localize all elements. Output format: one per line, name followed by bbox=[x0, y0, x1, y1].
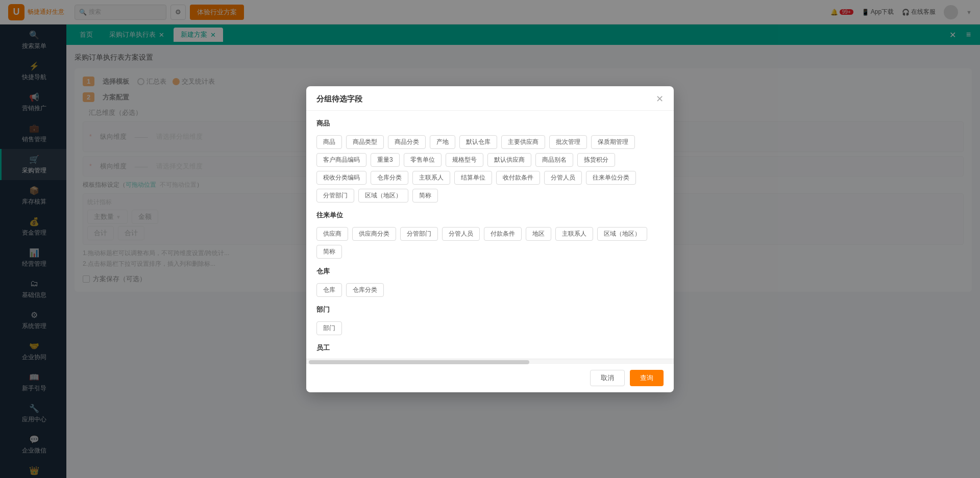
tag-short-name-goods[interactable]: 简称 bbox=[412, 189, 438, 203]
tag-partner-category[interactable]: 往来单位分类 bbox=[586, 171, 636, 185]
modal-dialog: 分组待选字段 ✕ 商品 商品 商品类型 商品分类 产地 默认仓库 主要供应商 批… bbox=[306, 86, 674, 392]
tag-warehouse-cat[interactable]: 仓库分类 bbox=[346, 283, 384, 297]
tag-supervisor[interactable]: 分管人员 bbox=[544, 171, 582, 185]
section-department: 部门 部门 bbox=[316, 305, 664, 335]
section-warehouse: 仓库 仓库 仓库分类 bbox=[316, 267, 664, 297]
section-partner: 往来单位 供应商 供应商分类 分管部门 分管人员 付款条件 地区 主联系人 区域… bbox=[316, 211, 664, 259]
tag-dept[interactable]: 分管部门 bbox=[316, 189, 354, 203]
section-department-tags: 部门 bbox=[316, 321, 664, 335]
modal-overlay: 分组待选字段 ✕ 商品 商品 商品类型 商品分类 产地 默认仓库 主要供应商 批… bbox=[0, 0, 980, 478]
modal-body: 商品 商品 商品类型 商品分类 产地 默认仓库 主要供应商 批次管理 保质期管理… bbox=[306, 111, 674, 359]
cancel-button[interactable]: 取消 bbox=[590, 370, 625, 386]
tag-payment-terms[interactable]: 收付款条件 bbox=[496, 171, 540, 185]
section-employee-title: 员工 bbox=[316, 343, 664, 355]
section-department-title: 部门 bbox=[316, 305, 664, 316]
tag-region-goods[interactable]: 区域（地区） bbox=[358, 189, 408, 203]
section-goods: 商品 商品 商品类型 商品分类 产地 默认仓库 主要供应商 批次管理 保质期管理… bbox=[316, 119, 664, 203]
tag-settlement-unit[interactable]: 结算单位 bbox=[454, 171, 492, 185]
section-goods-tags: 商品 商品类型 商品分类 产地 默认仓库 主要供应商 批次管理 保质期管理 客户… bbox=[316, 135, 664, 203]
tag-default-supplier[interactable]: 默认供应商 bbox=[487, 153, 531, 167]
tag-batch-mgmt[interactable]: 批次管理 bbox=[549, 135, 587, 149]
tag-retail-unit[interactable]: 零售单位 bbox=[404, 153, 442, 167]
modal-hscrollbar[interactable] bbox=[306, 359, 674, 363]
tag-supplier[interactable]: 供应商 bbox=[316, 227, 348, 241]
modal-close-button[interactable]: ✕ bbox=[656, 94, 664, 104]
tag-payment-condition[interactable]: 付款条件 bbox=[484, 227, 522, 241]
section-employee: 员工 业务员 bbox=[316, 343, 664, 359]
tag-partner-short[interactable]: 简称 bbox=[316, 245, 342, 259]
tag-goods[interactable]: 商品 bbox=[316, 135, 342, 149]
section-goods-title: 商品 bbox=[316, 119, 664, 130]
tag-customer-sku[interactable]: 客户商品编码 bbox=[316, 153, 366, 167]
modal-header: 分组待选字段 ✕ bbox=[306, 86, 674, 111]
tag-supplier-category[interactable]: 供应商分类 bbox=[352, 227, 396, 241]
tag-goods-category[interactable]: 商品分类 bbox=[388, 135, 426, 149]
tag-main-supplier[interactable]: 主要供应商 bbox=[501, 135, 545, 149]
tag-weight3[interactable]: 重量3 bbox=[371, 153, 400, 167]
tag-main-contact[interactable]: 主联系人 bbox=[412, 171, 450, 185]
tag-origin[interactable]: 产地 bbox=[430, 135, 455, 149]
tag-partner-contact[interactable]: 主联系人 bbox=[555, 227, 593, 241]
tag-warehouse-category[interactable]: 仓库分类 bbox=[371, 171, 408, 185]
section-partner-title: 往来单位 bbox=[316, 211, 664, 222]
tag-shelf-life[interactable]: 保质期管理 bbox=[591, 135, 635, 149]
section-warehouse-title: 仓库 bbox=[316, 267, 664, 278]
tag-partner-dept[interactable]: 分管部门 bbox=[400, 227, 438, 241]
tag-area[interactable]: 地区 bbox=[526, 227, 551, 241]
modal-title: 分组待选字段 bbox=[316, 94, 362, 104]
tag-pick-points[interactable]: 拣货积分 bbox=[577, 153, 615, 167]
tag-tax-code[interactable]: 税收分类编码 bbox=[316, 171, 366, 185]
tag-department[interactable]: 部门 bbox=[316, 321, 342, 335]
tag-goods-alias[interactable]: 商品别名 bbox=[535, 153, 573, 167]
section-warehouse-tags: 仓库 仓库分类 bbox=[316, 283, 664, 297]
section-partner-tags: 供应商 供应商分类 分管部门 分管人员 付款条件 地区 主联系人 区域（地区） … bbox=[316, 227, 664, 259]
confirm-button[interactable]: 查询 bbox=[630, 370, 664, 386]
tag-warehouse[interactable]: 仓库 bbox=[316, 283, 342, 297]
tag-spec-model[interactable]: 规格型号 bbox=[446, 153, 483, 167]
tag-partner-supervisor[interactable]: 分管人员 bbox=[442, 227, 480, 241]
modal-hscroll-thumb bbox=[309, 360, 529, 364]
tag-partner-region[interactable]: 区域（地区） bbox=[597, 227, 647, 241]
tag-default-warehouse[interactable]: 默认仓库 bbox=[459, 135, 497, 149]
modal-footer: 取消 查询 bbox=[306, 363, 674, 392]
tag-goods-type[interactable]: 商品类型 bbox=[346, 135, 384, 149]
